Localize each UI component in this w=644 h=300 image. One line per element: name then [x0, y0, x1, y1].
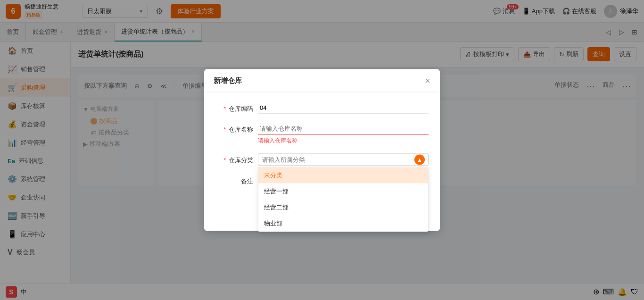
name-error-area: 请输入仓库名称 [215, 137, 297, 145]
form-row-name: * 仓库名称 请输入仓库名称 [215, 123, 429, 145]
warehouse-name-input[interactable] [258, 123, 429, 135]
category-input[interactable] [258, 153, 429, 166]
form-row-category: * 仓库分类 ▲ 未分类 经营一部 经营二部 [215, 153, 429, 166]
modal-body: * 仓库编码 * 仓库名称 请输入仓库名称 * 仓库分类 [204, 92, 440, 203]
name-input-row: * 仓库名称 [215, 123, 429, 135]
category-dropdown-toggle[interactable]: ▲ [414, 154, 425, 165]
category-label: * 仓库分类 [215, 153, 253, 165]
modal-close-button[interactable]: × [425, 76, 430, 85]
dropdown-item-dept1[interactable]: 经营一部 [258, 183, 428, 200]
code-label: * 仓库编码 [215, 102, 253, 113]
chevron-up-icon: ▲ [417, 156, 422, 163]
form-row-code: * 仓库编码 [215, 102, 429, 114]
category-dropdown-list: 未分类 经营一部 经营二部 物业部 [258, 167, 429, 232]
category-select-wrapper: ▲ 未分类 经营一部 经营二部 物业部 [258, 153, 429, 166]
dropdown-item-dept2[interactable]: 经营二部 [258, 200, 428, 216]
name-label: * 仓库名称 [215, 123, 253, 134]
warehouse-code-input[interactable] [258, 102, 429, 114]
notes-label: 备注 [215, 175, 253, 186]
modal-new-warehouse: 新增仓库 × * 仓库编码 * 仓库名称 请输入仓库名称 [204, 69, 440, 231]
name-error-msg: 请输入仓库名称 [258, 137, 297, 144]
modal-title: 新增仓库 [214, 76, 242, 85]
dropdown-item-uncategorized[interactable]: 未分类 [258, 167, 428, 183]
modal-header: 新增仓库 × [204, 69, 440, 92]
dropdown-item-property[interactable]: 物业部 [258, 216, 428, 232]
